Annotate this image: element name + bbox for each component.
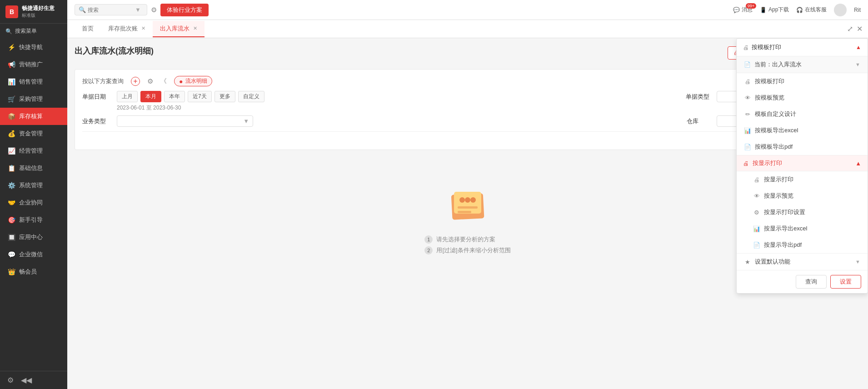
date-tag-custom[interactable]: 自定义 [238,91,264,102]
dropdown-item-template-preview[interactable]: 👁 按模板预览 [737,90,868,106]
logo-text: 畅捷通好生意 标准版 [22,5,55,19]
dropdown-item-display-export-excel[interactable]: 📊 按显示导出excel [737,220,868,237]
sidebar-item-operations[interactable]: 📈 经营管理 [0,142,67,160]
tabs-right: ⤢ ✕ [847,25,868,33]
sidebar-item-label: 营销推广 [19,60,43,69]
query-button[interactable]: 查询 [796,275,827,289]
sidebar-item-finance[interactable]: 💰 资金管理 [0,125,67,142]
header-search-input[interactable] [88,7,133,13]
date-tag-this-year[interactable]: 本年 [164,91,185,102]
online-service-button[interactable]: 🎧 在线客服 [796,6,827,14]
header-gear-icon[interactable]: ⚙ [151,6,157,14]
sidebar-item-vip[interactable]: 👑 畅会员 [0,263,67,280]
printer-header-icon: 🖨 [743,44,749,51]
dropdown-header: 🖨 按模板打印 ▲ [737,39,868,56]
dropdown-item-set-default[interactable]: ★ 设置默认功能 ▼ [737,253,868,270]
user-avatar[interactable] [834,4,847,16]
pdf-icon: 📄 [753,241,760,249]
date-tag-this-month[interactable]: 本月 [140,91,161,102]
dropdown-actions: 查询 设置 [737,270,868,293]
industry-solution-button[interactable]: 体验行业方案 [160,4,209,16]
sidebar-item-inventory[interactable]: 📦 库存核算 [0,108,67,125]
sidebar-search-area[interactable]: 🔍 搜索菜单 [0,24,67,39]
sidebar-item-marketing[interactable]: 📢 营销推广 [0,56,67,73]
empty-steps: 1 请先选择要分析的方案 2 用[过滤]条件来缩小分析范围 [424,235,510,254]
dropdown-display-section-header[interactable]: 🖨 按显示打印 ▲ [737,155,868,171]
tab-label: 首页 [82,25,94,33]
sidebar-settings-button[interactable]: ⚙ [7,376,14,384]
tab-batch-ledger[interactable]: 库存批次账 ✕ [101,21,153,37]
inventory-icon: 📦 [7,112,15,120]
filter-settings-icon[interactable]: ⚙ [147,77,153,85]
settings-icon: ⚙ [753,209,760,216]
dropdown-item-display-preview[interactable]: 👁 按显示预览 [737,188,868,204]
active-filter-tag[interactable]: ● 流水明细 [174,76,212,86]
star-icon: ★ [744,258,751,265]
dropdown-collapse-icon[interactable]: ▲ [856,44,861,50]
header-search-box[interactable]: 🔍 ▼ [75,4,147,15]
main-area: 🔍 ▼ ⚙ 体验行业方案 💬 消息 99+ 📱 App下载 🎧 [67,0,868,389]
sidebar-item-label: 新手引导 [19,216,43,224]
message-button[interactable]: 💬 消息 99+ [733,6,753,14]
tab-inventory-flow[interactable]: 出入库流水 ✕ [153,21,205,37]
page-content: 出入库流水(流水明细) 🖨 按模板打印 ▲ | ··· ⬆ 导出 ↻ [67,38,868,389]
dropdown-item-template-export-pdf[interactable]: 📄 按模板导出pdf [737,139,868,155]
guide-icon: 🎯 [7,216,15,224]
search-menu-label: 搜索菜单 [15,27,37,35]
sidebar-collapse-button[interactable]: ◀◀ [21,376,32,384]
dropdown-item-display-print-settings[interactable]: ⚙ 按显示打印设置 [737,204,868,220]
dropdown-current-item[interactable]: 📄 当前：出入库流水 ▼ [737,56,868,73]
settings-button[interactable]: 设置 [830,275,861,289]
date-tag-last-month[interactable]: 上月 [117,91,138,102]
business-type-label: 业务类型 [82,117,110,125]
tabs-expand-icon[interactable]: ⤢ [847,25,853,33]
step-2-num: 2 [424,246,433,254]
search-menu-button[interactable]: 🔍 搜索菜单 [5,27,62,35]
app-download-button[interactable]: 📱 App下载 [760,6,789,14]
sidebar-item-basic-info[interactable]: 📋 基础信息 [0,160,67,177]
sidebar-item-app-center[interactable]: 🔲 应用中心 [0,229,67,246]
dropdown-arrow-icon: ▼ [135,6,141,13]
sidebar-item-system[interactable]: ⚙️ 系统管理 [0,177,67,194]
sidebar-item-guide[interactable]: 🎯 新手引导 [0,211,67,229]
dropdown-item-display-export-pdf[interactable]: 📄 按显示导出pdf [737,237,868,253]
mobile-icon: 📱 [760,7,767,13]
sidebar-item-enterprise-wechat[interactable]: 💬 企业微信 [0,246,67,263]
date-tag-7days[interactable]: 近7天 [188,91,212,102]
sidebar-item-sales[interactable]: 📊 销售管理 [0,73,67,90]
select-arrow-icon: ▼ [243,118,249,125]
filter-collapse-icon[interactable]: 《 [160,77,167,85]
dropdown-item-display-print[interactable]: 🖨 按显示打印 [737,171,868,188]
sidebar-item-enterprise[interactable]: 🤝 企业协同 [0,194,67,211]
date-tag-more[interactable]: 更多 [215,91,235,102]
empty-step-1: 1 请先选择要分析的方案 [424,235,510,244]
empty-illustration [445,183,490,228]
sidebar-item-purchase[interactable]: 🛒 采购管理 [0,90,67,108]
dropdown-title: 按模板打印 [752,43,781,51]
filter-add-button[interactable]: + [131,77,140,86]
basic-info-icon: 📋 [7,164,15,172]
dropdown-item-template-print[interactable]: 🖨 按模板打印 [737,73,868,90]
operations-icon: 📈 [7,147,15,155]
sidebar-item-label: 基础信息 [19,164,43,172]
date-tag-group: 上月 本月 本年 近7天 更多 自定义 [117,91,264,102]
current-icon: 📄 [744,61,751,68]
message-icon: 💬 [733,7,740,13]
system-icon: ⚙️ [7,181,15,190]
tab-home[interactable]: 首页 [75,21,101,37]
sidebar-item-quick-nav[interactable]: ⚡ 快捷导航 [0,39,67,56]
tab-close-icon[interactable]: ✕ [193,25,197,31]
svg-rect-6 [458,211,471,213]
step-2-label: 用[过滤]条件来缩小分析范围 [436,246,510,254]
sidebar-item-label: 经营管理 [19,147,43,155]
dropdown-item-template-export-excel[interactable]: 📊 按模板导出excel [737,122,868,139]
step-1-label: 请先选择要分析的方案 [436,235,495,244]
username-label[interactable]: Rit [854,7,861,13]
tab-close-icon[interactable]: ✕ [141,25,145,31]
dropdown-item-template-customize[interactable]: ✏ 模板自定义设计 [737,106,868,122]
step-1-num: 1 [424,235,433,244]
page-title: 出入库流水(流水明细) [75,45,154,56]
tabs-close-button[interactable]: ✕ [857,25,863,33]
svg-point-2 [459,197,465,203]
business-type-select[interactable]: ▼ [117,115,253,127]
